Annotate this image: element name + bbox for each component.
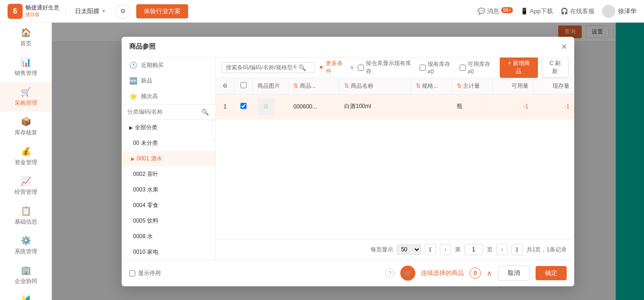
service-nav-item[interactable]: 🎧 在线客服 bbox=[561, 7, 594, 16]
cat-appliances[interactable]: 0010 家电 bbox=[122, 244, 215, 260]
headset-icon: 🎧 bbox=[561, 8, 568, 15]
add-product-button[interactable]: + 新增商品 bbox=[500, 58, 538, 78]
category-tabs: 🕐 近期购买 🆕 新品 ⭐ 频次高 bbox=[122, 58, 215, 105]
cat-snacks[interactable]: 0004 零食 bbox=[122, 198, 215, 213]
new-products-tab[interactable]: 🆕 新品 bbox=[122, 73, 215, 89]
app-download-nav-item[interactable]: 📱 App下载 bbox=[520, 7, 553, 16]
th-unit[interactable]: ⇅ 主计量 bbox=[452, 78, 493, 94]
sidebar-item-sales[interactable]: 📊 销售管理 bbox=[0, 52, 51, 82]
product-image-cell: 🖼 bbox=[253, 94, 289, 119]
basic-info-icon: 📋 bbox=[21, 206, 31, 216]
row-checkbox-cell[interactable] bbox=[234, 94, 253, 119]
page-unit: 页 bbox=[487, 246, 493, 254]
footer-collapse-button[interactable]: ∧ bbox=[487, 269, 492, 278]
recent-purchase-tab[interactable]: 🕐 近期购买 bbox=[122, 58, 215, 73]
messages-badge: 99+ bbox=[501, 7, 513, 13]
user-avatar-area[interactable]: 徐泽华 bbox=[602, 5, 636, 18]
search-icon[interactable]: 🔍 bbox=[298, 64, 306, 71]
sidebar-item-operations[interactable]: 📈 经营管理 bbox=[0, 171, 51, 201]
th-name[interactable]: ⇅ 商品名称 bbox=[339, 78, 411, 94]
guide-icon: 🔰 bbox=[21, 295, 31, 300]
cat-all[interactable]: ▶ 全部分类 bbox=[122, 120, 215, 135]
table-row[interactable]: 1 🖼 bbox=[216, 94, 574, 119]
th-settings[interactable]: ⚙ bbox=[216, 78, 234, 94]
confirm-button[interactable]: 确定 bbox=[536, 266, 567, 280]
product-thumbnail: 🖼 bbox=[257, 98, 274, 115]
refresh-product-button[interactable]: C 刷新 bbox=[542, 58, 569, 78]
frequent-label: 频次高 bbox=[141, 92, 158, 100]
messages-nav-item[interactable]: 💬 消息 99+ bbox=[478, 7, 513, 16]
more-filter-button[interactable]: ▼ 更多条件 ∧ bbox=[318, 59, 354, 75]
sidebar-item-label-enterprise: 企业协同 bbox=[15, 277, 37, 285]
product-spec-cell bbox=[411, 94, 452, 119]
warehouse-display-input[interactable] bbox=[358, 65, 364, 71]
settings-button[interactable]: ⚙ bbox=[116, 4, 131, 19]
sort-arrow-spec: ⇅ bbox=[416, 83, 421, 89]
cat-unclassified[interactable]: 00 未分类 bbox=[122, 135, 215, 151]
current-page-input[interactable] bbox=[464, 244, 483, 255]
category-collapse-button[interactable]: 《 bbox=[212, 121, 216, 140]
trial-button[interactable]: 体验行业方案 bbox=[136, 4, 188, 18]
sidebar-item-enterprise[interactable]: 🏢 企业协同 bbox=[0, 260, 51, 290]
sort-arrow-name: ⇅ bbox=[344, 83, 349, 89]
cat-tea[interactable]: 0002 茶叶 bbox=[122, 167, 215, 182]
stock-nonzero-checkbox[interactable]: 现有库存≠0 bbox=[420, 60, 456, 75]
main-layout: 🏠 首页 📊 销售管理 🛒 采购管理 📦 库存核算 💰 资金管理 📈 经营管理 … bbox=[0, 23, 644, 300]
first-page-button[interactable]: ⟪ bbox=[425, 244, 436, 255]
finance-icon: 💰 bbox=[21, 146, 31, 157]
next-page-button[interactable]: › bbox=[496, 244, 508, 255]
sidebar-item-purchase[interactable]: 🛒 采购管理 bbox=[0, 82, 51, 112]
product-table: ⚙ 商品图片 ⇅ bbox=[216, 78, 574, 239]
total-info: 共1页，1条记录 bbox=[527, 246, 567, 254]
th-code[interactable]: ⇅ 商品... bbox=[289, 78, 339, 94]
avail-nonzero-checkbox[interactable]: 可用库存≠0 bbox=[460, 60, 496, 75]
service-label: 在线客服 bbox=[570, 7, 594, 16]
app-icon: 📱 bbox=[520, 8, 528, 15]
product-name-cell: 白酒100ml bbox=[339, 94, 411, 119]
cat-fruit[interactable]: 0003 水果 bbox=[122, 182, 215, 198]
clock-icon: 🕐 bbox=[129, 61, 137, 69]
username-label: 徐泽华 bbox=[618, 7, 636, 16]
system-icon: ⚙️ bbox=[21, 235, 31, 246]
row-select-checkbox[interactable] bbox=[240, 103, 247, 109]
th-checkbox[interactable] bbox=[234, 78, 253, 94]
th-spec[interactable]: ⇅ 规格... bbox=[411, 78, 452, 94]
sidebar-item-home[interactable]: 🏠 首页 bbox=[0, 23, 51, 52]
row-index: 1 bbox=[216, 94, 234, 119]
select-all-checkbox[interactable] bbox=[240, 82, 247, 88]
navbar-right: 💬 消息 99+ 📱 App下载 🎧 在线客服 徐泽华 bbox=[478, 5, 636, 18]
footer-right: ? 🛒 连续选择的商品 0 ∧ 取消 确定 bbox=[385, 266, 567, 281]
sidebar-item-inventory[interactable]: 📦 库存核算 bbox=[0, 112, 51, 142]
sidebar-item-system[interactable]: ⚙️ 系统管理 bbox=[0, 231, 51, 260]
product-toolbar: 🔍 ▼ 更多条件 ∧ 按仓库显示现有库存 bbox=[216, 58, 574, 78]
modal-overlay: 商品参照 × 🕐 近期购买 🆕 bbox=[52, 23, 644, 300]
cat-alcohol[interactable]: ▶ 0001 酒水 bbox=[122, 151, 215, 167]
cancel-button[interactable]: 取消 bbox=[498, 266, 530, 281]
display-disabled-checkbox[interactable] bbox=[129, 270, 135, 276]
category-search-input[interactable] bbox=[127, 108, 198, 115]
store-selector[interactable]: 日太阳膜 ▼ bbox=[71, 5, 110, 17]
page-size-select[interactable]: 50 10 20 100 bbox=[397, 244, 421, 255]
modal-close-button[interactable]: × bbox=[561, 42, 567, 51]
sidebar-item-basic-info[interactable]: 📋 基础信息 bbox=[0, 201, 51, 231]
stock-nonzero-input[interactable] bbox=[420, 65, 426, 71]
content-area: 查询 设置 刷新 商品参照 × 🕐 bbox=[52, 23, 644, 300]
sidebar-item-label-home: 首页 bbox=[20, 40, 32, 48]
expand-arrow-alcohol: ▶ bbox=[131, 156, 135, 161]
cart-label: 连续选择的商品 bbox=[421, 269, 464, 277]
sidebar-item-finance[interactable]: 💰 资金管理 bbox=[0, 142, 51, 171]
warehouse-display-checkbox[interactable]: 按仓库显示现有库存 bbox=[358, 59, 416, 75]
cat-water[interactable]: 0008 水 bbox=[122, 229, 215, 244]
product-search-input[interactable] bbox=[226, 64, 297, 71]
expand-arrow-all: ▶ bbox=[129, 125, 133, 130]
category-search-icon[interactable]: 🔍 bbox=[201, 108, 209, 116]
prev-page-button[interactable]: ‹ bbox=[440, 244, 451, 255]
frequent-tab[interactable]: ⭐ 频次高 bbox=[122, 89, 215, 104]
help-icon[interactable]: ? bbox=[385, 268, 395, 278]
shopping-cart-icon: 🛒 bbox=[404, 270, 412, 277]
avail-nonzero-input[interactable] bbox=[460, 65, 466, 71]
sidebar-item-guide[interactable]: 🔰 新手引导 bbox=[0, 290, 51, 300]
logo-area: 6 畅捷通好生意 捷目版 bbox=[8, 4, 59, 19]
last-page-button[interactable]: ⟫ bbox=[512, 244, 523, 255]
cat-beverages[interactable]: 0005 饮料 bbox=[122, 213, 215, 229]
